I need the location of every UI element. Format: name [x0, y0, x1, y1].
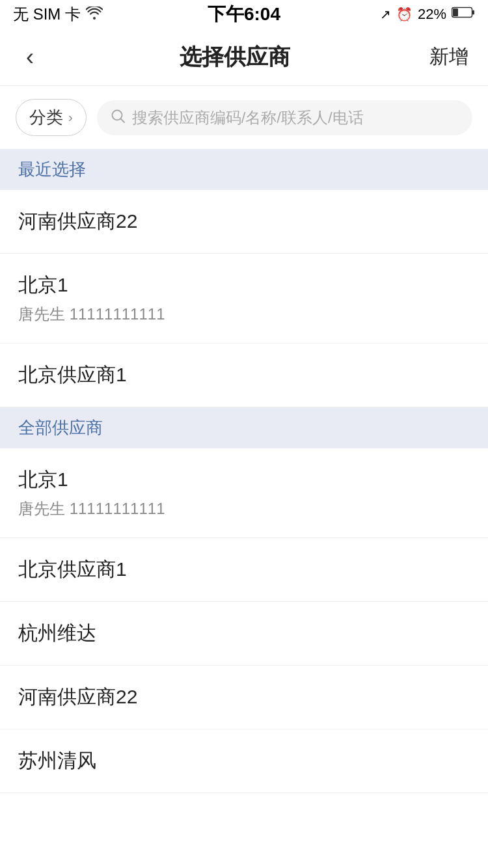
category-label: 分类	[29, 106, 63, 129]
battery-icon	[452, 6, 475, 23]
add-button[interactable]: 新增	[429, 44, 468, 70]
list-item[interactable]: 北京供应商1	[0, 538, 488, 602]
recent-section-header: 最近选择	[0, 149, 488, 190]
list-item[interactable]: 河南供应商22	[0, 190, 488, 254]
filter-row: 分类 ›	[0, 86, 488, 149]
status-time: 下午6:04	[208, 2, 280, 27]
item-name: 北京1	[18, 467, 470, 493]
all-list: 北京1唐先生 11111111111北京供应商1杭州维达河南供应商22苏州清风	[0, 448, 488, 793]
all-section-label: 全部供应商	[18, 418, 103, 437]
item-name: 北京1	[18, 272, 470, 299]
list-item[interactable]: 北京供应商1	[0, 344, 488, 407]
status-right: ↗ ⏰ 22%	[380, 6, 475, 23]
item-name: 北京供应商1	[18, 556, 470, 583]
item-sub: 唐先生 11111111111	[18, 304, 470, 325]
wifi-icon	[86, 5, 103, 23]
search-box	[97, 100, 472, 135]
search-input[interactable]	[132, 109, 459, 127]
battery-text: 22%	[418, 6, 446, 23]
alarm-icon: ⏰	[396, 7, 413, 22]
item-sub: 唐先生 11111111111	[18, 498, 470, 519]
item-name: 苏州清风	[18, 748, 470, 774]
item-name: 河南供应商22	[18, 208, 470, 235]
list-item[interactable]: 北京1唐先生 11111111111	[0, 254, 488, 344]
all-section-header: 全部供应商	[0, 407, 488, 448]
category-filter-button[interactable]: 分类 ›	[16, 99, 87, 136]
item-name: 北京供应商1	[18, 362, 470, 388]
location-icon: ↗	[380, 7, 391, 22]
item-name: 杭州维达	[18, 620, 470, 647]
svg-rect-1	[472, 10, 474, 15]
recent-list: 河南供应商22北京1唐先生 11111111111北京供应商1	[0, 190, 488, 407]
list-item[interactable]: 河南供应商22	[0, 666, 488, 729]
page-title: 选择供应商	[180, 42, 290, 72]
chevron-right-icon: ›	[68, 110, 73, 125]
list-item[interactable]: 北京1唐先生 11111111111	[0, 448, 488, 538]
svg-rect-2	[453, 8, 458, 16]
item-name: 河南供应商22	[18, 684, 470, 711]
nav-bar: ‹ 选择供应商 新增	[0, 29, 488, 86]
list-item[interactable]: 杭州维达	[0, 602, 488, 666]
recent-section-label: 最近选择	[18, 159, 86, 179]
status-left: 无 SIM 卡	[13, 4, 103, 25]
search-icon	[110, 108, 126, 128]
status-bar: 无 SIM 卡 下午6:04 ↗ ⏰ 22%	[0, 0, 488, 29]
back-button[interactable]: ‹	[20, 37, 40, 77]
list-item[interactable]: 苏州清风	[0, 729, 488, 793]
carrier-text: 无 SIM 卡	[13, 4, 81, 25]
svg-line-4	[120, 118, 124, 122]
